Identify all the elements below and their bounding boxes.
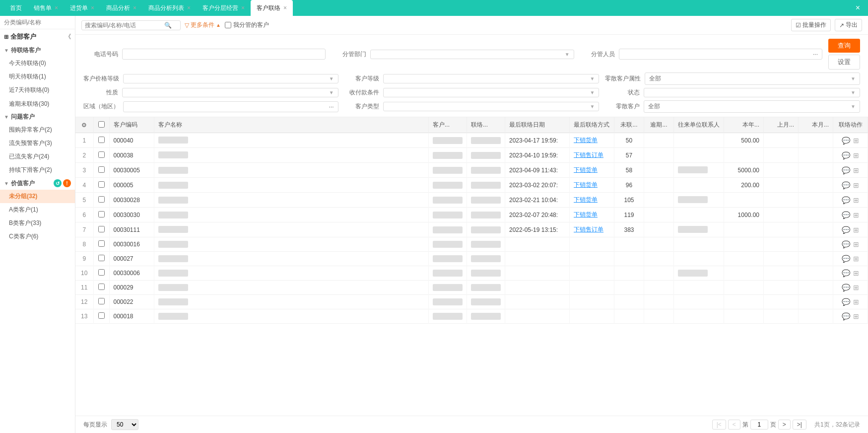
grid-action-icon[interactable]: ⊞ xyxy=(853,196,859,204)
row-checkbox[interactable] xyxy=(98,298,105,304)
row-checkbox-cell[interactable] xyxy=(93,163,109,178)
sidebar-group-pending[interactable]: ▼ 待联络客户 xyxy=(0,44,75,57)
select-all-checkbox[interactable] xyxy=(98,121,105,128)
filter-payment-select[interactable]: ▼ xyxy=(383,88,600,97)
sidebar-item-declining[interactable]: 持续下滑客户(2) xyxy=(0,163,75,177)
query-button[interactable]: 查询 xyxy=(828,39,860,53)
row-checkbox-cell[interactable] xyxy=(93,252,109,266)
prev-page-button[interactable]: < xyxy=(728,420,740,430)
more-conditions-button[interactable]: ▽ 更多条件 ▲ xyxy=(185,21,221,29)
grid-action-icon[interactable]: ⊞ xyxy=(853,151,859,159)
settings-col-header[interactable]: ⚙ xyxy=(75,117,93,133)
check-col-header[interactable] xyxy=(93,117,109,133)
message-icon[interactable]: 💬 xyxy=(842,298,850,306)
row-checkbox[interactable] xyxy=(98,211,105,217)
grid-action-icon[interactable]: ⊞ xyxy=(853,181,859,189)
filter-region-input[interactable]: ··· xyxy=(123,101,338,112)
last-page-button[interactable]: >| xyxy=(793,420,806,430)
next-page-button[interactable]: > xyxy=(778,420,791,430)
filter-phone-input[interactable] xyxy=(122,49,326,60)
tab-home[interactable]: 首页 xyxy=(4,0,28,16)
first-page-button[interactable]: |< xyxy=(712,420,726,430)
sidebar-item-overdue[interactable]: 逾期未联络(30) xyxy=(0,97,75,111)
grid-action-icon[interactable]: ⊞ xyxy=(853,269,859,277)
message-icon[interactable]: 💬 xyxy=(842,284,850,291)
row-checkbox-cell[interactable] xyxy=(93,309,109,324)
sidebar-item-class-b[interactable]: B类客户(33) xyxy=(0,216,75,230)
row-checkbox-cell[interactable] xyxy=(93,148,109,163)
row-checkbox[interactable] xyxy=(98,151,105,158)
message-icon[interactable]: 💬 xyxy=(842,226,850,234)
row-checkbox-cell[interactable] xyxy=(93,295,109,309)
sidebar-item-abnormal[interactable]: 囤购异常客户(2) xyxy=(0,123,75,137)
row-checkbox[interactable] xyxy=(98,137,105,143)
last-way-link[interactable]: 下销货单 xyxy=(574,211,598,218)
last-way-link[interactable]: 下销售订单 xyxy=(574,226,603,233)
sidebar-item-lost[interactable]: 已流失客户(24) xyxy=(0,150,75,163)
tab-purchase-order[interactable]: 进货单 × xyxy=(64,0,100,16)
row-checkbox[interactable] xyxy=(98,226,105,232)
row-checkbox[interactable] xyxy=(98,240,105,247)
close-icon[interactable]: × xyxy=(91,4,94,11)
export-button[interactable]: ↗ 导出 xyxy=(835,19,862,31)
window-close-icon[interactable]: × xyxy=(852,3,864,12)
filter-retail-select[interactable]: 全部 ▼ xyxy=(644,100,860,113)
message-icon[interactable]: 💬 xyxy=(842,269,850,277)
row-checkbox-cell[interactable] xyxy=(93,237,109,252)
page-size-select[interactable]: 50 100 200 xyxy=(111,419,138,430)
grid-action-icon[interactable]: ⊞ xyxy=(853,226,859,234)
row-checkbox[interactable] xyxy=(98,181,105,188)
page-number-input[interactable] xyxy=(750,420,768,430)
sidebar-all-customers[interactable]: ⊞ 全部客户 《 xyxy=(0,29,75,44)
search-icon[interactable]: 🔍 xyxy=(164,22,172,29)
message-icon[interactable]: 💬 xyxy=(842,181,850,189)
sidebar-item-churn-warning[interactable]: 流失预警客户(3) xyxy=(0,137,75,150)
row-checkbox-cell[interactable] xyxy=(93,222,109,237)
row-checkbox-cell[interactable] xyxy=(93,178,109,193)
close-icon[interactable]: × xyxy=(55,4,58,11)
filter-cust-level-select[interactable]: ▼ xyxy=(383,74,600,83)
sidebar-item-class-a[interactable]: A类客户(1) xyxy=(0,203,75,216)
last-way-link[interactable]: 下销货单 xyxy=(574,196,598,203)
close-icon[interactable]: × xyxy=(241,4,245,11)
grid-action-icon[interactable]: ⊞ xyxy=(853,255,859,263)
message-icon[interactable]: 💬 xyxy=(842,255,850,263)
grid-action-icon[interactable]: ⊞ xyxy=(853,166,859,174)
grid-action-icon[interactable]: ⊞ xyxy=(853,312,859,320)
sidebar-item-7days[interactable]: 近7天待联络(0) xyxy=(0,83,75,97)
sidebar-group-problem[interactable]: ▼ 问题客户 xyxy=(0,111,75,123)
tab-product-analysis-list[interactable]: 商品分析列表 × xyxy=(142,0,197,16)
filter-retail-attr-select[interactable]: 全部 ▼ xyxy=(645,72,860,85)
message-icon[interactable]: 💬 xyxy=(842,151,850,159)
filter-status-select[interactable]: ▼ xyxy=(644,88,860,97)
grid-action-icon[interactable]: ⊞ xyxy=(853,240,859,248)
row-checkbox[interactable] xyxy=(98,284,105,290)
row-checkbox-cell[interactable] xyxy=(93,281,109,295)
last-way-link[interactable]: 下销售订单 xyxy=(574,151,603,158)
close-icon[interactable]: × xyxy=(283,4,287,11)
row-checkbox-cell[interactable] xyxy=(93,193,109,208)
row-checkbox[interactable] xyxy=(98,269,105,276)
sidebar-group-value[interactable]: ▼ 价值客户 ↺ ! xyxy=(0,177,75,190)
refresh-icon[interactable]: ↺ xyxy=(54,179,62,187)
tab-product-analysis[interactable]: 商品分析 × xyxy=(100,0,142,16)
close-icon[interactable]: × xyxy=(133,4,136,11)
filter-manager-input[interactable]: ··· xyxy=(619,49,822,60)
row-checkbox[interactable] xyxy=(98,312,105,319)
row-checkbox-cell[interactable] xyxy=(93,208,109,222)
message-icon[interactable]: 💬 xyxy=(842,211,850,219)
grid-action-icon[interactable]: ⊞ xyxy=(853,298,859,306)
tab-sales-order[interactable]: 销售单 × xyxy=(28,0,64,16)
message-icon[interactable]: 💬 xyxy=(842,240,850,248)
my-customers-checkbox[interactable]: 我分管的客户 xyxy=(225,21,269,29)
message-icon[interactable]: 💬 xyxy=(842,137,850,144)
filter-price-select[interactable]: ▼ xyxy=(123,74,338,83)
grid-action-icon[interactable]: ⊞ xyxy=(853,137,859,144)
sidebar-search-input[interactable] xyxy=(4,19,75,26)
sidebar-item-ungrouped[interactable]: 未分组(32) xyxy=(0,190,75,203)
last-way-link[interactable]: 下销货单 xyxy=(574,166,598,173)
row-checkbox[interactable] xyxy=(98,196,105,203)
close-icon[interactable]: × xyxy=(187,4,191,11)
message-icon[interactable]: 💬 xyxy=(842,166,850,174)
grid-action-icon[interactable]: ⊞ xyxy=(853,284,859,291)
